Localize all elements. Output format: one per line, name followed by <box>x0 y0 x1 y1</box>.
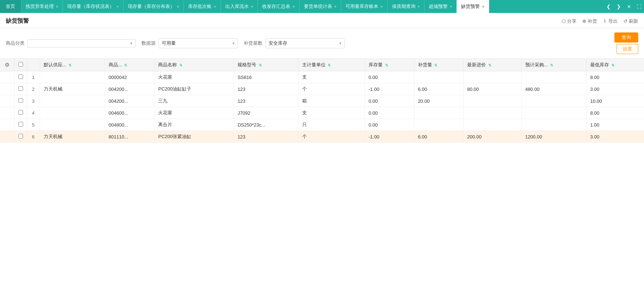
row-stock-qty: 0.00 <box>365 119 414 131</box>
row-no: 2 <box>27 83 40 95</box>
col-goods-name[interactable]: 商品名称 ⇅ <box>155 59 234 71</box>
gear-icon[interactable]: ⚙ <box>5 62 9 68</box>
row-checkbox-3[interactable] <box>18 110 23 115</box>
tab-close-overstock[interactable]: × <box>450 4 452 9</box>
tab-close-all-btn[interactable]: ✕ <box>624 0 634 13</box>
row-unit: 支 <box>298 107 365 119</box>
col-default-supplier[interactable]: 默认供应... ⇅ <box>40 59 105 71</box>
col-latest-price[interactable]: 最新进价 ⇅ <box>464 59 521 71</box>
tab-close-inventory-status[interactable]: × <box>116 4 118 9</box>
row-checkbox-1[interactable] <box>18 86 23 91</box>
tab-close-shortage[interactable]: × <box>482 4 484 9</box>
category-select[interactable]: ▾ <box>27 39 136 48</box>
tab-close-batch-account[interactable]: × <box>214 4 216 9</box>
row-spec: DS250*23c... <box>234 119 299 131</box>
tab-close-expiry-query[interactable]: × <box>418 4 420 9</box>
col-est-purchase[interactable]: 预计采购... ⇅ <box>521 59 586 71</box>
share-icon: ⬡ <box>562 18 566 24</box>
tab-prev-btn[interactable]: ❮ <box>604 0 614 13</box>
tab-next-btn[interactable]: ❯ <box>614 0 624 13</box>
tab-item-expiry-query[interactable]: 保质期查询× <box>388 0 425 13</box>
row-checkbox-0[interactable] <box>18 74 23 79</box>
sort-price-icon: ⇅ <box>488 63 491 67</box>
query-button[interactable]: 查询 <box>614 32 638 43</box>
col-est-purchase-label: 预计采购... <box>525 62 548 67</box>
tab-item-pkl-exception[interactable]: 拣货异常处理× <box>21 0 63 13</box>
tab-item-shortage[interactable]: 缺货预警× <box>457 0 489 13</box>
replenish-base-value: 安全库存 <box>269 40 312 47</box>
col-stock-qty[interactable]: 库存量 ⇅ <box>365 59 414 71</box>
tab-label-pkl-exception: 拣货异常处理 <box>26 3 54 10</box>
row-stock-qty: -1.00 <box>365 131 414 143</box>
sort-supplier-icon: ⇅ <box>69 63 71 67</box>
row-checkbox-4[interactable] <box>18 122 23 127</box>
tab-item-recv-summary[interactable]: 收发存汇总表× <box>258 0 299 13</box>
tab-item-in-out-flow[interactable]: 出入库流水× <box>221 0 258 13</box>
page-title: 缺货预警 <box>6 17 29 25</box>
col-goods-name-label: 商品名称 <box>158 62 177 67</box>
tab-item-batch-account[interactable]: 库存批次账× <box>184 0 221 13</box>
header-actions: ⬡ 分享 ⊕ 补货 ⇩ 导出 ↺ 刷新 <box>562 18 638 25</box>
row-spec: 123 <box>234 83 299 95</box>
col-no <box>27 59 40 71</box>
filter-bar: 商品分类 ▾ 数据源 可用量 ▾ 补货基数 安全库存 ▾ 查询 设置 <box>0 28 644 58</box>
col-min-stock[interactable]: 最低库存 ⇅ <box>586 59 644 71</box>
tab-fullscreen-btn[interactable]: ⛶ <box>634 0 644 13</box>
tab-item-overstock[interactable]: 超储预警× <box>425 0 457 13</box>
tab-close-order-stat[interactable]: × <box>334 4 336 9</box>
tab-label-batch-account: 库存批次账 <box>188 3 212 10</box>
page-header: 缺货预警 ⬡ 分享 ⊕ 补货 ⇩ 导出 ↺ 刷新 <box>0 13 644 28</box>
row-est-purchase <box>521 107 586 119</box>
row-no: 3 <box>27 95 40 107</box>
row-checkbox-5[interactable] <box>18 134 23 138</box>
tab-item-available-ledger[interactable]: 可用量库存账本× <box>341 0 387 13</box>
row-supplier <box>40 107 105 119</box>
page-content: 缺货预警 ⬡ 分享 ⊕ 补货 ⇩ 导出 ↺ 刷新 商品分类 <box>0 13 644 287</box>
tab-close-recv-summary[interactable]: × <box>292 4 295 9</box>
row-min-stock: 8.00 <box>586 71 644 83</box>
tab-close-in-out-flow[interactable]: × <box>251 4 253 9</box>
settings-button[interactable]: 设置 <box>617 44 638 54</box>
tab-label-in-out-flow: 出入库流水 <box>225 3 249 10</box>
col-latest-price-label: 最新进价 <box>467 62 486 67</box>
row-checkbox-cell <box>14 119 27 131</box>
refresh-btn[interactable]: ↺ 刷新 <box>623 18 638 25</box>
tab-item-home[interactable]: 首页 <box>0 0 21 13</box>
col-replenish-qty[interactable]: 补货量 ⇅ <box>414 59 464 71</box>
col-goods-code[interactable]: 商品... ⇅ <box>105 59 155 71</box>
data-table: ⚙ 默认供应... ⇅ 商品... ⇅ 商品名称 <box>0 58 644 143</box>
row-unit: 箱 <box>298 95 365 107</box>
tab-close-pkl-exception[interactable]: × <box>56 4 58 9</box>
table-row: 5004800...离合片DS250*23c...只0.001.00 <box>0 119 644 131</box>
tab-item-order-stat[interactable]: 要货单统计表× <box>300 0 341 13</box>
tab-item-inventory-status[interactable]: 现存量（库存状况表）× <box>63 0 123 13</box>
col-spec-label: 规格型号 <box>238 62 256 67</box>
row-checkbox-2[interactable] <box>18 98 23 103</box>
row-stock-qty: 0.00 <box>365 95 414 107</box>
replenish-base-arrow-icon: ▾ <box>339 41 341 46</box>
row-est-purchase <box>521 71 586 83</box>
row-replenish-qty: 6.00 <box>414 83 464 95</box>
share-btn[interactable]: ⬡ 分享 <box>562 18 576 25</box>
export-label: 导出 <box>608 18 618 25</box>
row-goods-code: 004800... <box>105 119 155 131</box>
col-unit[interactable]: 主计量单位 ⇅ <box>298 59 365 71</box>
row-goods-name: 火花塞 <box>155 107 234 119</box>
replenish-base-select[interactable]: 安全库存 ▾ <box>265 38 345 48</box>
col-spec[interactable]: 规格型号 ⇅ <box>234 59 299 71</box>
row-latest-price: 80.00 <box>464 83 521 95</box>
row-gear-cell <box>0 71 14 83</box>
row-gear-cell <box>0 119 14 131</box>
sort-spec-icon: ⇅ <box>259 63 262 67</box>
datasource-select[interactable]: 可用量 ▾ <box>158 38 238 48</box>
export-btn[interactable]: ⇩ 导出 <box>603 18 618 25</box>
row-est-purchase <box>521 95 586 107</box>
row-replenish-qty: 20.00 <box>414 95 464 107</box>
select-all-checkbox[interactable] <box>18 62 23 67</box>
tab-item-inventory-dist[interactable]: 现存量（库存分布表）× <box>123 0 184 13</box>
row-goods-code: 801110... <box>105 131 155 143</box>
tab-close-inventory-dist[interactable]: × <box>177 4 179 9</box>
replenish-btn[interactable]: ⊕ 补货 <box>582 18 597 25</box>
filter-replenish-base: 补货基数 安全库存 ▾ <box>244 38 345 48</box>
tab-close-available-ledger[interactable]: × <box>380 4 383 9</box>
